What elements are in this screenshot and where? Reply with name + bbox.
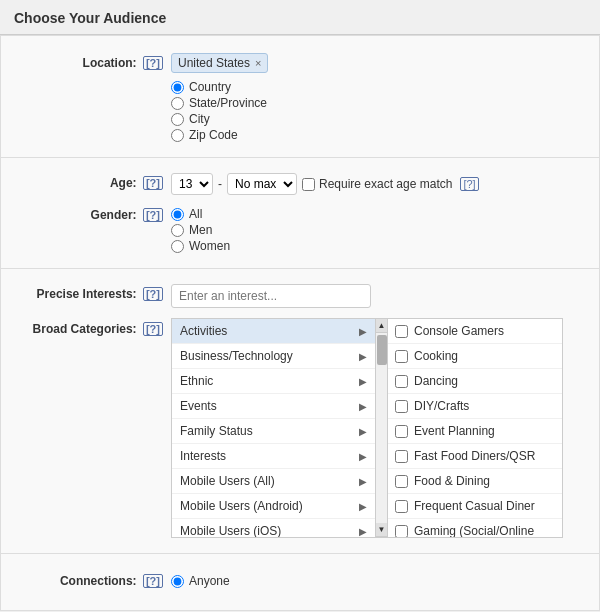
gender-group: All Men Women — [171, 207, 589, 253]
precise-interests-input[interactable] — [171, 284, 371, 308]
gender-label: Gender: [?] — [11, 205, 171, 222]
location-zip-label: Zip Code — [189, 128, 238, 142]
location-type-group: Country State/Province City Zip Code — [171, 80, 589, 142]
age-min-select[interactable]: 13141518 212530 — [171, 173, 213, 195]
subcat-dancing-checkbox[interactable] — [395, 375, 408, 388]
subcat-food-dining[interactable]: Food & Dining — [388, 469, 562, 494]
subcat-food-dining-label: Food & Dining — [414, 474, 490, 488]
gender-all-radio[interactable] — [171, 208, 184, 221]
category-mobile-android[interactable]: Mobile Users (Android) ▶ — [172, 494, 375, 519]
category-activities-arrow: ▶ — [359, 326, 367, 337]
audience-panel: Choose Your Audience Location: [?] Unite… — [0, 0, 600, 611]
scrollbar-down[interactable]: ▼ — [376, 523, 387, 537]
precise-interests-content — [171, 284, 589, 308]
subcat-gaming-social[interactable]: Gaming (Social/Online — [388, 519, 562, 538]
broad-categories-label: Broad Categories: [?] — [11, 318, 171, 336]
category-interests[interactable]: Interests ▶ — [172, 444, 375, 469]
subcat-fast-food[interactable]: Fast Food Diners/QSR — [388, 444, 562, 469]
subcat-food-dining-checkbox[interactable] — [395, 475, 408, 488]
location-country-radio[interactable] — [171, 81, 184, 94]
age-help[interactable]: [?] — [143, 176, 163, 190]
subcat-diy-crafts[interactable]: DIY/Crafts — [388, 394, 562, 419]
gender-help[interactable]: [?] — [143, 208, 163, 222]
age-max-select[interactable]: No max182125 30354065 — [227, 173, 297, 195]
gender-men-label: Men — [189, 223, 212, 237]
subcat-casual-diner[interactable]: Frequent Casual Diner — [388, 494, 562, 519]
subcat-casual-diner-label: Frequent Casual Diner — [414, 499, 535, 513]
require-exact-age-checkbox[interactable] — [302, 178, 315, 191]
subcat-gaming-social-checkbox[interactable] — [395, 525, 408, 538]
gender-content: All Men Women — [171, 205, 589, 253]
connections-content: Anyone — [171, 574, 230, 588]
age-row: Age: [?] 13141518 212530 - No max182125 … — [1, 168, 599, 200]
age-require-help[interactable]: [?] — [460, 177, 478, 191]
category-activities[interactable]: Activities ▶ — [172, 319, 375, 344]
category-interests-arrow: ▶ — [359, 451, 367, 462]
connections-row: Connections: [?] Anyone — [1, 564, 599, 598]
location-zip-option[interactable]: Zip Code — [171, 128, 589, 142]
category-business-tech-arrow: ▶ — [359, 351, 367, 362]
location-country-option[interactable]: Country — [171, 80, 589, 94]
subcat-console-gamers[interactable]: Console Gamers — [388, 319, 562, 344]
connections-anyone-radio[interactable] — [171, 575, 184, 588]
category-family-status[interactable]: Family Status ▶ — [172, 419, 375, 444]
precise-interests-row: Precise Interests: [?] — [1, 279, 599, 313]
broad-categories-help[interactable]: [?] — [143, 322, 163, 336]
broad-categories-row: Broad Categories: [?] Activities ▶ Busin… — [1, 313, 599, 543]
subcat-console-gamers-label: Console Gamers — [414, 324, 504, 338]
subcat-console-gamers-checkbox[interactable] — [395, 325, 408, 338]
location-remove-button[interactable]: × — [255, 57, 261, 69]
category-mobile-all-arrow: ▶ — [359, 476, 367, 487]
location-city-option[interactable]: City — [171, 112, 589, 126]
category-business-tech[interactable]: Business/Technology ▶ — [172, 344, 375, 369]
gender-women-label: Women — [189, 239, 230, 253]
subcat-fast-food-checkbox[interactable] — [395, 450, 408, 463]
category-events-arrow: ▶ — [359, 401, 367, 412]
category-business-tech-label: Business/Technology — [180, 349, 293, 363]
category-events[interactable]: Events ▶ — [172, 394, 375, 419]
gender-women-option[interactable]: Women — [171, 239, 589, 253]
category-interests-label: Interests — [180, 449, 226, 463]
subcat-diy-crafts-checkbox[interactable] — [395, 400, 408, 413]
subcat-cooking-checkbox[interactable] — [395, 350, 408, 363]
broad-categories-label-text: Broad Categories: — [33, 322, 137, 336]
connections-help[interactable]: [?] — [143, 574, 163, 588]
subcat-gaming-social-label: Gaming (Social/Online — [414, 524, 534, 538]
location-state-radio[interactable] — [171, 97, 184, 110]
location-country-label: Country — [189, 80, 231, 94]
precise-interests-help[interactable]: [?] — [143, 287, 163, 301]
categories-scrollbar[interactable]: ▲ ▼ — [376, 318, 388, 538]
location-state-option[interactable]: State/Province — [171, 96, 589, 110]
gender-men-option[interactable]: Men — [171, 223, 589, 237]
gender-all-option[interactable]: All — [171, 207, 589, 221]
category-mobile-all[interactable]: Mobile Users (All) ▶ — [172, 469, 375, 494]
age-label-text: Age: — [110, 176, 137, 190]
category-mobile-ios[interactable]: Mobile Users (iOS) ▶ — [172, 519, 375, 538]
subcat-casual-diner-checkbox[interactable] — [395, 500, 408, 513]
subcat-dancing[interactable]: Dancing — [388, 369, 562, 394]
location-city-radio[interactable] — [171, 113, 184, 126]
category-mobile-android-label: Mobile Users (Android) — [180, 499, 303, 513]
subcat-event-planning-checkbox[interactable] — [395, 425, 408, 438]
subcat-fast-food-label: Fast Food Diners/QSR — [414, 449, 535, 463]
location-label-text: Location: — [83, 56, 137, 70]
scrollbar-up[interactable]: ▲ — [376, 319, 387, 333]
gender-label-text: Gender: — [91, 208, 137, 222]
category-ethnic-label: Ethnic — [180, 374, 213, 388]
gender-women-radio[interactable] — [171, 240, 184, 253]
category-mobile-ios-label: Mobile Users (iOS) — [180, 524, 281, 538]
require-exact-age-label[interactable]: Require exact age match — [302, 177, 452, 191]
subcat-event-planning[interactable]: Event Planning — [388, 419, 562, 444]
gender-all-label: All — [189, 207, 202, 221]
category-family-status-arrow: ▶ — [359, 426, 367, 437]
audience-form: Location: [?] United States × Country St… — [0, 35, 600, 611]
scrollbar-thumb[interactable] — [377, 335, 387, 365]
precise-interests-label-text: Precise Interests: — [37, 287, 137, 301]
subcat-cooking[interactable]: Cooking — [388, 344, 562, 369]
category-ethnic[interactable]: Ethnic ▶ — [172, 369, 375, 394]
location-zip-radio[interactable] — [171, 129, 184, 142]
location-content: United States × Country State/Province C… — [171, 53, 589, 142]
gender-men-radio[interactable] — [171, 224, 184, 237]
location-tag: United States × — [171, 53, 268, 73]
location-help[interactable]: [?] — [143, 56, 163, 70]
